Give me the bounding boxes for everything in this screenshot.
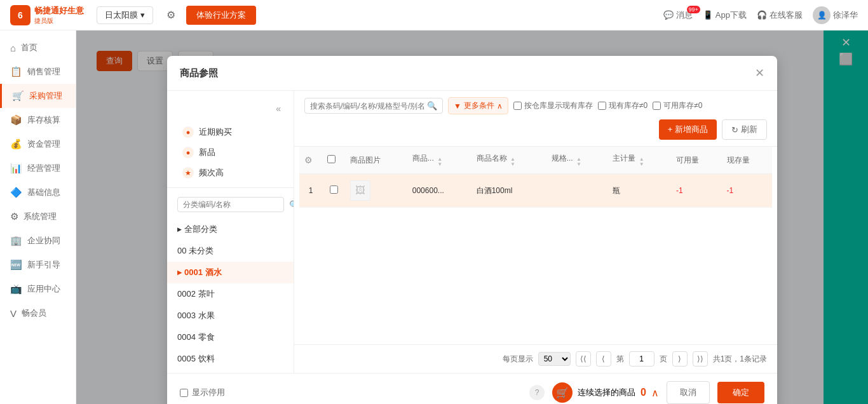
dialog-overlay: 商品参照 ✕ « ● 近期购买 bbox=[76, 30, 868, 404]
app-download-btn[interactable]: 📱 App下载 bbox=[703, 10, 747, 21]
col-name-label: 商品名称 bbox=[477, 154, 507, 163]
topbar-right: 💬 消息 99+ 📱 App下载 🎧 在线客服 👤 徐泽华 bbox=[663, 6, 858, 24]
user-profile[interactable]: 👤 徐泽华 bbox=[813, 6, 858, 24]
per-page-label: 每页显示 bbox=[503, 354, 533, 365]
spec-sort-icon[interactable]: ▲▼ bbox=[576, 157, 581, 167]
product-search-box: 🔍 bbox=[304, 98, 443, 114]
trial-btn[interactable]: 体验行业方案 bbox=[186, 6, 256, 25]
row-checkbox[interactable] bbox=[330, 185, 338, 194]
frequent-icon: ★ bbox=[182, 167, 194, 178]
sidebar-item-basics[interactable]: 🔷 基础信息 bbox=[0, 180, 76, 205]
sidebar-item-member[interactable]: V 畅会员 bbox=[0, 301, 76, 325]
appstore-icon: 📺 bbox=[10, 283, 22, 295]
branch-selector[interactable]: 日太阳膜 ▾ bbox=[97, 6, 153, 24]
dialog-header: 商品参照 ✕ bbox=[167, 56, 777, 91]
category-00[interactable]: 00 未分类 bbox=[167, 240, 294, 262]
product-code: 000600... bbox=[412, 186, 444, 195]
logo: 6 畅捷通好生意 捷员版 bbox=[10, 5, 84, 25]
messages-btn[interactable]: 💬 消息 99+ bbox=[663, 10, 693, 21]
pagination: 每页显示 50 20 100 ⟨⟨ ⟨ 第 页 ⟩ bbox=[294, 344, 777, 373]
category-label: 0004 零食 bbox=[177, 332, 215, 343]
refresh-icon: ↻ bbox=[731, 125, 738, 135]
warehouse-stock-filter[interactable]: 按仓库显示现有库存 bbox=[513, 100, 593, 111]
nonzero-stock-checkbox[interactable] bbox=[598, 102, 606, 110]
content-area: 查询 设置 刷新 ✕ ⬜ 商品参照 ✕ bbox=[76, 30, 868, 404]
category-search: 🔍 bbox=[167, 193, 294, 216]
row-num: 1 bbox=[299, 174, 322, 208]
sidebar-item-system[interactable]: ⚙ 系统管理 bbox=[0, 205, 76, 229]
more-filter-btn[interactable]: ▼ 更多条件 ∧ bbox=[448, 97, 508, 114]
sidebar-item-label: 企业协同 bbox=[27, 235, 60, 246]
col-name: 商品名称 ▲▼ bbox=[471, 147, 546, 174]
category-search-input[interactable] bbox=[177, 197, 284, 212]
column-settings-icon[interactable]: ⚙ bbox=[304, 155, 313, 165]
category-0004[interactable]: 0004 零食 bbox=[167, 327, 294, 348]
select-all-checkbox[interactable] bbox=[327, 155, 336, 163]
help-icon[interactable]: ? bbox=[529, 385, 545, 400]
filter-arrow-icon: ∧ bbox=[497, 102, 503, 111]
sidebar-item-operations[interactable]: 📊 经营管理 bbox=[0, 156, 76, 180]
sidebar-item-guide[interactable]: 🆕 新手引导 bbox=[0, 253, 76, 277]
show-disabled-toggle[interactable]: 显示停用 bbox=[180, 387, 225, 398]
unit-sort-icon[interactable]: ▲▼ bbox=[639, 157, 644, 167]
name-sort-icon[interactable]: ▲▼ bbox=[510, 157, 515, 167]
per-page-select[interactable]: 50 20 100 bbox=[538, 352, 571, 366]
cart-icon[interactable]: 🛒 bbox=[552, 382, 573, 403]
available-stock-checkbox[interactable] bbox=[653, 102, 661, 110]
col-image-label: 商品图片 bbox=[350, 156, 381, 165]
category-0001[interactable]: ▶ 0001 酒水 bbox=[167, 262, 294, 283]
confirm-btn[interactable]: 确定 bbox=[717, 382, 764, 403]
warehouse-stock-checkbox[interactable] bbox=[513, 102, 522, 110]
sidebar-item-enterprise[interactable]: 🏢 企业协同 bbox=[0, 229, 76, 253]
sidebar-item-finance[interactable]: 💰 资金管理 bbox=[0, 132, 76, 156]
sidebar: ⌂ 首页 📋 销售管理 🛒 采购管理 📦 库存核算 💰 资金管理 📊 经营管理 … bbox=[0, 30, 76, 404]
sidebar-item-sales[interactable]: 📋 销售管理 bbox=[0, 60, 76, 84]
page-next-btn[interactable]: ⟩ bbox=[672, 351, 688, 367]
refresh-btn[interactable]: ↻ 刷新 bbox=[722, 119, 767, 140]
online-service-btn[interactable]: 🎧 在线客服 bbox=[757, 10, 803, 21]
dialog-footer: 显示停用 ? 🛒 连续选择的商品 0 ∧ 取消 确定 bbox=[167, 373, 777, 404]
nonzero-stock-filter[interactable]: 现有库存≠0 bbox=[598, 100, 648, 111]
settings-icon[interactable]: ⚙ bbox=[161, 5, 181, 25]
col-stock-label: 现存量 bbox=[727, 156, 750, 165]
dialog-close-btn[interactable]: ✕ bbox=[755, 66, 764, 80]
product-search-input[interactable] bbox=[310, 102, 424, 111]
row-code-cell: 000600... bbox=[407, 174, 471, 208]
available-stock-filter[interactable]: 可用库存≠0 bbox=[653, 100, 702, 111]
category-search-icon[interactable]: 🔍 bbox=[289, 200, 294, 210]
col-spec-label: 规格... bbox=[552, 154, 573, 163]
page-last-btn[interactable]: ⟩⟩ bbox=[693, 351, 708, 367]
product-table-container: ⚙ 商品图片 bbox=[294, 147, 777, 344]
sidebar-item-label: 销售管理 bbox=[27, 66, 60, 77]
category-label: 0005 饮料 bbox=[177, 353, 215, 365]
page-first-btn[interactable]: ⟨⟨ bbox=[576, 351, 591, 367]
category-all[interactable]: ▶ 全部分类 bbox=[167, 219, 294, 240]
category-0002[interactable]: 0002 茶叶 bbox=[167, 283, 294, 305]
category-label: 0003 水果 bbox=[177, 310, 215, 321]
cancel-btn[interactable]: 取消 bbox=[667, 381, 710, 404]
category-0005[interactable]: 0005 饮料 bbox=[167, 348, 294, 370]
sidebar-item-purchase[interactable]: 🛒 采购管理 bbox=[0, 84, 76, 108]
col-settings: ⚙ bbox=[299, 147, 322, 174]
sidebar-item-appstore[interactable]: 📺 应用中心 bbox=[0, 277, 76, 301]
collapse-left-panel-btn[interactable]: « bbox=[273, 101, 283, 116]
show-disabled-checkbox[interactable] bbox=[180, 389, 188, 397]
page-prev-btn[interactable]: ⟨ bbox=[596, 351, 611, 367]
row-stock-cell: -1 bbox=[722, 174, 773, 208]
quick-filter-new[interactable]: ● 新品 bbox=[172, 143, 288, 162]
sidebar-item-home[interactable]: ⌂ 首页 bbox=[0, 36, 76, 60]
category-0003[interactable]: 0003 水果 bbox=[167, 305, 294, 327]
quick-filter-frequent[interactable]: ★ 频次高 bbox=[172, 163, 288, 182]
col-code-label: 商品... bbox=[412, 154, 434, 163]
quick-filter-recent[interactable]: ● 近期购买 bbox=[172, 123, 288, 142]
page-number-input[interactable] bbox=[629, 351, 654, 367]
footer-right: ? 🛒 连续选择的商品 0 ∧ 取消 确定 bbox=[529, 381, 764, 404]
add-product-btn[interactable]: + 新增商品 bbox=[659, 119, 717, 140]
col-code: 商品... ▲▼ bbox=[407, 147, 471, 174]
code-sort-icon[interactable]: ▲▼ bbox=[437, 157, 442, 167]
product-search-icon[interactable]: 🔍 bbox=[427, 101, 437, 111]
table-row[interactable]: 1 🖼 000600... bbox=[299, 174, 772, 208]
cart-collapse-icon[interactable]: ∧ bbox=[651, 387, 659, 399]
topbar: 6 畅捷通好生意 捷员版 日太阳膜 ▾ ⚙ 体验行业方案 💬 消息 99+ 📱 … bbox=[0, 0, 868, 30]
sidebar-item-inventory[interactable]: 📦 库存核算 bbox=[0, 108, 76, 132]
